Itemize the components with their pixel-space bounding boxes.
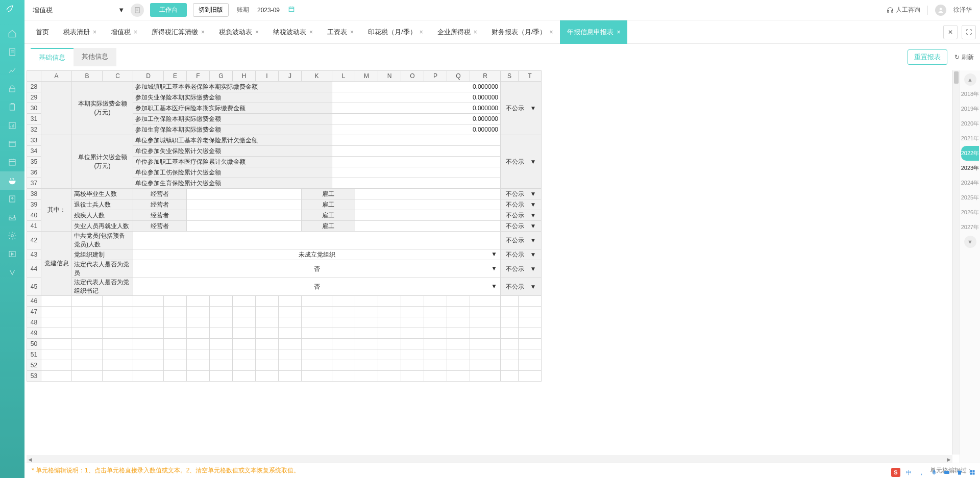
tab[interactable]: 所得税汇算清缴×	[144, 20, 212, 44]
tax-name: 增值税	[33, 6, 53, 15]
vertical-scrollbar[interactable]	[952, 70, 960, 455]
nav-settings[interactable]	[0, 227, 24, 245]
year-down[interactable]: ▼	[964, 236, 976, 248]
tab-close-icon[interactable]: ×	[309, 29, 313, 36]
tab[interactable]: 增值税×	[104, 20, 144, 44]
username: 徐泽华	[953, 6, 972, 14]
nav-wallet[interactable]	[0, 80, 24, 98]
reset-report-button[interactable]: 重置报表	[908, 49, 947, 65]
svg-rect-10	[888, 10, 889, 12]
tab[interactable]: 年报信息申报表×	[560, 20, 627, 44]
app-logo	[5, 4, 19, 18]
period-label: 账期	[237, 6, 249, 14]
svg-rect-7	[9, 251, 15, 257]
nav-analytics[interactable]	[0, 61, 24, 80]
tab-expand[interactable]: ⛶	[962, 25, 976, 39]
nav-export[interactable]	[0, 190, 24, 208]
left-sidebar	[0, 0, 24, 478]
nav-inbox[interactable]	[0, 208, 24, 227]
tab[interactable]: 企业所得税×	[430, 20, 484, 44]
footer: * 单元格编辑说明：1、点击单元格直接录入数值或文本。2、清空单元格数值或文本恢…	[24, 463, 980, 478]
spreadsheet[interactable]: ABCDEFGHIJKLMNOPQRST28本期实际缴费金额(万元)参加城镇职工…	[27, 70, 542, 382]
svg-point-6	[11, 235, 14, 237]
svg-rect-16	[973, 470, 975, 472]
nav-calendar[interactable]	[0, 153, 24, 171]
svg-point-12	[940, 8, 942, 10]
calendar-icon[interactable]	[288, 6, 295, 14]
tab-close-icon[interactable]: ×	[617, 29, 620, 36]
tab-close-icon[interactable]: ×	[549, 29, 553, 36]
subtab-basic[interactable]: 基础信息	[31, 48, 74, 66]
tab[interactable]: 税负波动表×	[212, 20, 266, 44]
svg-rect-15	[970, 470, 972, 472]
year-option[interactable]: 2024年	[961, 175, 979, 190]
tab-close-icon[interactable]: ×	[420, 29, 423, 36]
svg-rect-14	[944, 471, 949, 474]
refresh-button[interactable]: ↻刷新	[954, 53, 974, 62]
svg-rect-4	[9, 160, 15, 165]
tab-close-icon[interactable]: ×	[93, 29, 96, 36]
svg-rect-13	[934, 470, 935, 473]
svg-rect-17	[970, 473, 972, 475]
nav-report[interactable]	[0, 116, 24, 135]
svg-rect-18	[973, 473, 975, 475]
tab[interactable]: 工资表×	[320, 20, 361, 44]
ime-cn-icon[interactable]: 中	[904, 468, 913, 477]
tab[interactable]: 首页	[29, 20, 56, 44]
tab-close-icon[interactable]: ×	[350, 29, 354, 36]
year-option[interactable]: 2019年	[961, 102, 979, 116]
period-value[interactable]: 2023-09	[257, 7, 280, 14]
svg-rect-9	[289, 7, 293, 12]
tab-close-all[interactable]: ✕	[943, 25, 958, 39]
horizontal-scrollbar[interactable]: ◄►	[27, 456, 952, 463]
svg-rect-11	[892, 10, 893, 12]
ime-shirt-icon[interactable]	[955, 468, 964, 477]
topbar: 增值税 ▼ 工作台 切到旧版 账期 2023-09 人工咨询 徐泽华	[24, 0, 980, 20]
footer-note: * 单元格编辑说明：1、点击单元格直接录入数值或文本。2、清空单元格数值或文本恢…	[32, 466, 300, 475]
ime-s-icon[interactable]: S	[891, 468, 900, 477]
ime-keyboard-icon[interactable]	[942, 468, 951, 477]
svg-rect-1	[10, 104, 15, 110]
nav-v[interactable]	[0, 263, 24, 282]
svg-rect-3	[9, 141, 15, 147]
year-option[interactable]: 2022年	[961, 146, 979, 161]
help-icon[interactable]	[131, 4, 144, 17]
consult-button[interactable]: 人工咨询	[887, 6, 920, 14]
nav-home[interactable]	[0, 24, 24, 43]
year-option[interactable]: 2026年	[961, 205, 979, 220]
ime-mic-icon[interactable]	[929, 468, 939, 477]
year-option[interactable]: 2020年	[961, 116, 979, 131]
year-strip: ▲ 2018年2019年2020年2021年2022年2023年2024年202…	[960, 70, 980, 463]
tab[interactable]: 税表清册×	[56, 20, 104, 44]
tab-close-icon[interactable]: ×	[255, 29, 259, 36]
nav-clipboard[interactable]	[0, 98, 24, 116]
avatar[interactable]	[935, 5, 946, 16]
nav-video[interactable]	[0, 245, 24, 263]
tab-close-icon[interactable]: ×	[474, 29, 477, 36]
nav-template[interactable]	[0, 135, 24, 153]
tabs-bar: 首页税表清册×增值税×所得税汇算清缴×税负波动表×纳税波动表×工资表×印花税（月…	[24, 20, 980, 44]
switch-old-button[interactable]: 切到旧版	[193, 3, 229, 17]
tab-close-icon[interactable]: ×	[201, 29, 205, 36]
workspace-button[interactable]: 工作台	[150, 3, 187, 17]
ime-grid-icon[interactable]	[968, 468, 977, 477]
chevron-down-icon: ▼	[118, 6, 125, 14]
tax-selector[interactable]: 增值税 ▼	[33, 6, 125, 15]
nav-rice-bowl[interactable]	[0, 171, 24, 190]
year-up[interactable]: ▲	[964, 73, 976, 86]
ime-comma-icon[interactable]: ，	[917, 468, 926, 477]
tab[interactable]: 纳税波动表×	[266, 20, 320, 44]
year-option[interactable]: 2023年	[961, 161, 979, 175]
year-option[interactable]: 2025年	[961, 190, 979, 205]
tab[interactable]: 印花税（月/季）×	[361, 20, 430, 44]
nav-docs[interactable]	[0, 43, 24, 61]
subtab-other[interactable]: 其他信息	[74, 48, 116, 66]
tab[interactable]: 财务报表（月/季）×	[484, 20, 560, 44]
year-option[interactable]: 2027年	[961, 220, 979, 235]
year-option[interactable]: 2018年	[961, 87, 979, 102]
subtabs: 基础信息 其他信息	[31, 48, 116, 66]
year-option[interactable]: 2021年	[961, 131, 979, 146]
ime-bar: S 中 ，	[891, 468, 977, 477]
tab-close-icon[interactable]: ×	[134, 29, 137, 36]
